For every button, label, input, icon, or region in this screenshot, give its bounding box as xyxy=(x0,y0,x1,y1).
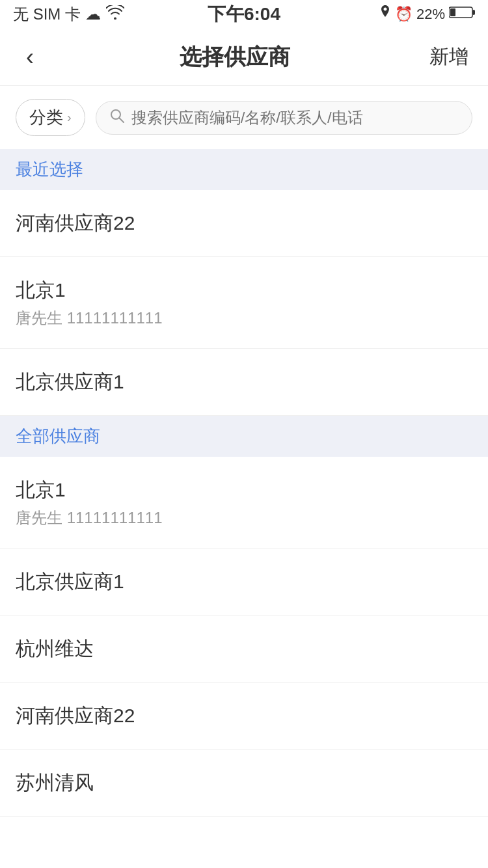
item-sub: 唐先生 11111111111 xyxy=(16,508,472,528)
search-input[interactable] xyxy=(131,109,459,127)
item-name: 苏州清风 xyxy=(16,769,472,796)
item-name: 北京1 xyxy=(16,476,472,504)
nav-bar: ‹ 选择供应商 新增 xyxy=(0,29,488,86)
all-section-label: 全部供应商 xyxy=(16,426,100,446)
sim-label: 无 SIM 卡 ☁ xyxy=(13,4,101,25)
item-sub: 唐先生 11111111111 xyxy=(16,308,472,329)
status-right: ⏰ 22% xyxy=(379,5,475,23)
list-item[interactable]: 河南供应商22 xyxy=(0,683,488,750)
item-name: 杭州维达 xyxy=(16,635,472,662)
item-name: 河南供应商22 xyxy=(16,702,472,729)
list-item[interactable]: 苏州清风 xyxy=(0,750,488,817)
search-bar: 分类 › xyxy=(0,86,488,149)
item-name: 北京1 xyxy=(16,277,472,304)
category-button[interactable]: 分类 › xyxy=(16,99,85,136)
all-section-header: 全部供应商 xyxy=(0,416,488,457)
chevron-right-icon: › xyxy=(67,110,72,125)
wifi-icon xyxy=(106,5,124,23)
search-input-wrap[interactable] xyxy=(96,101,472,135)
item-name: 河南供应商22 xyxy=(16,210,472,237)
back-button[interactable]: ‹ xyxy=(20,37,40,77)
battery-icon xyxy=(449,6,475,23)
list-item[interactable]: 河南供应商22 xyxy=(0,190,488,257)
search-icon xyxy=(109,108,125,128)
all-items-list: 北京1唐先生 11111111111北京供应商1杭州维达河南供应商22苏州清风 xyxy=(0,457,488,817)
battery-label: 22% xyxy=(416,6,445,23)
page-title: 选择供应商 xyxy=(180,42,290,72)
recent-section-header: 最近选择 xyxy=(0,149,488,190)
svg-line-4 xyxy=(119,118,124,122)
alarm-icon: ⏰ xyxy=(395,6,413,23)
status-bar: 无 SIM 卡 ☁ 下午6:04 ⏰ 22% xyxy=(0,0,488,29)
svg-rect-1 xyxy=(472,10,475,15)
list-item[interactable]: 北京供应商1 xyxy=(0,349,488,416)
location-icon xyxy=(379,5,391,23)
list-item[interactable]: 北京1唐先生 11111111111 xyxy=(0,457,488,549)
add-button[interactable]: 新增 xyxy=(429,44,468,70)
item-name: 北京供应商1 xyxy=(16,368,472,396)
status-left: 无 SIM 卡 ☁ xyxy=(13,4,124,25)
category-label: 分类 xyxy=(29,106,63,129)
recent-items-list: 河南供应商22北京1唐先生 11111111111北京供应商1 xyxy=(0,190,488,416)
list-item[interactable]: 北京1唐先生 11111111111 xyxy=(0,257,488,349)
recent-section-label: 最近选择 xyxy=(16,159,83,179)
item-name: 北京供应商1 xyxy=(16,568,472,595)
svg-rect-2 xyxy=(450,8,455,16)
list-item[interactable]: 北京供应商1 xyxy=(0,549,488,616)
status-time: 下午6:04 xyxy=(208,2,280,27)
list-item[interactable]: 杭州维达 xyxy=(0,616,488,683)
